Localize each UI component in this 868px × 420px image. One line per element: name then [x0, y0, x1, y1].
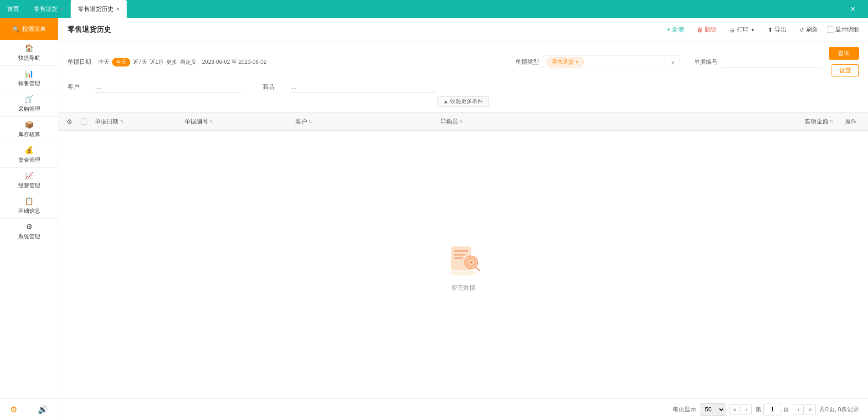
page-total: 共0页, 0条记录	[819, 405, 859, 414]
sidebar-item-finance[interactable]: 💰 资金管理	[0, 142, 58, 168]
select-all-checkbox[interactable]	[81, 118, 87, 125]
sidebar-item-operations-label: 经营管理	[18, 182, 40, 190]
filter-row-2: 客户 商品	[67, 82, 859, 92]
page-input-wrap: 第 页	[755, 404, 789, 415]
date-shortcut-yesterday[interactable]: 昨天	[98, 58, 109, 66]
column-settings-icon[interactable]: ⚙	[67, 118, 72, 125]
display-detail-toggle[interactable]: 显示明细	[827, 26, 859, 34]
customer-filter-input[interactable]	[95, 82, 241, 92]
export-button[interactable]: ⬆ 导出	[764, 24, 790, 36]
page-header: 零售退货历史 + 新增 🗑 删除 🖨 打印 ▼ ⬆ 导出	[58, 18, 868, 41]
filter-area: 单据日期 昨天 今天 近7天 近1月 更多 自定义 2023-06-02 至 2…	[58, 41, 868, 113]
sidebar-item-sales[interactable]: 📊 销售管理	[0, 66, 58, 91]
print-button[interactable]: 🖨 打印 ▼	[725, 24, 759, 36]
last-page-button[interactable]: »	[805, 404, 816, 415]
refresh-icon: ↺	[799, 26, 804, 33]
search-icon: 🔍	[12, 26, 20, 33]
number-filter-input[interactable]	[721, 56, 822, 67]
type-select-arrow-icon: ∨	[671, 59, 675, 66]
col-guide-label: 导购员	[440, 118, 458, 126]
sidebar-item-inventory[interactable]: 📦 库存核算	[0, 117, 58, 142]
window-close-button[interactable]: ×	[845, 5, 861, 14]
col-number-sort-icon: ⇅	[210, 119, 213, 124]
svg-line-7	[476, 267, 479, 271]
col-guide-header[interactable]: 导购员 ⇅	[437, 118, 547, 126]
svg-rect-4	[454, 257, 463, 259]
sidebar-item-purchase-label: 采购管理	[18, 105, 40, 113]
audio-icon[interactable]: 🔊	[38, 405, 48, 415]
prev-page-button[interactable]: ‹	[741, 404, 752, 415]
search-menu-button[interactable]: 🔍 搜索菜单	[0, 18, 58, 40]
delete-button[interactable]: 🗑 删除	[693, 24, 720, 36]
type-filter-tag: 零售退货 ×	[547, 57, 584, 67]
date-shortcut-today[interactable]: 今天	[112, 58, 130, 67]
collapse-bar: ▲ 收起更多条件	[67, 96, 859, 107]
tab-retail-return-history[interactable]: 零售退货历史 ×	[71, 0, 127, 18]
col-customer-label: 客户	[295, 118, 307, 126]
date-shortcuts: 昨天 今天 近7天 近1月 更多 自定义 2023-06-02 至 2023-0…	[98, 58, 267, 67]
date-shortcut-1month[interactable]: 近1月	[150, 58, 164, 66]
sidebar-item-inventory-label: 库存核算	[18, 131, 40, 138]
sidebar-item-system[interactable]: ⚙ 系统管理	[0, 219, 58, 244]
export-button-label: 导出	[775, 26, 786, 34]
sidebar-item-basic-info[interactable]: 📋 基础信息	[0, 193, 58, 219]
tab-home[interactable]: 首页	[0, 0, 26, 18]
date-filter-label: 单据日期	[67, 58, 95, 66]
sidebar-item-basic-info-label: 基础信息	[18, 207, 40, 215]
sidebar-item-sales-label: 销售管理	[18, 80, 40, 87]
col-customer-header[interactable]: 客户 ⇅	[292, 118, 437, 126]
type-tag-close-icon[interactable]: ×	[575, 59, 579, 65]
next-page-button[interactable]: ›	[793, 404, 804, 415]
print-icon: 🖨	[729, 26, 735, 33]
page-title: 零售退货历史	[67, 25, 111, 35]
delete-icon: 🗑	[697, 26, 703, 33]
date-shortcut-more[interactable]: 更多	[166, 58, 177, 66]
number-filter-label: 单据编号	[694, 58, 721, 66]
page-number-input[interactable]	[763, 404, 781, 415]
col-date-header[interactable]: 单据日期 ⇅	[91, 118, 181, 126]
settings-bottom-icon[interactable]: ⚙	[10, 405, 17, 415]
svg-rect-2	[454, 250, 468, 252]
svg-rect-3	[454, 254, 466, 256]
filter-settings-button[interactable]: 设置	[832, 64, 859, 77]
page-size-select[interactable]: 50 100 200	[700, 403, 725, 416]
tab-retail-return[interactable]: 零售退货 ×	[26, 0, 71, 18]
tab-retail-return-close[interactable]: ×	[60, 6, 63, 12]
collapse-button[interactable]: ▲ 收起更多条件	[437, 96, 489, 107]
col-amount-label: 实销金额	[805, 118, 828, 126]
date-shortcut-7days[interactable]: 近7天	[133, 58, 147, 66]
sidebar-item-quick-nav[interactable]: 🏠 快捷导航	[0, 40, 58, 66]
new-button-label: + 新增	[667, 26, 684, 34]
empty-state: 暂无数据	[443, 237, 484, 292]
col-settings[interactable]: ⚙	[62, 118, 77, 125]
sidebar-item-purchase[interactable]: 🛒 采购管理	[0, 91, 58, 117]
col-amount-header[interactable]: 实销金额 ⇅	[761, 118, 837, 126]
display-detail-checkbox[interactable]	[827, 26, 833, 33]
tab-retail-return-history-close[interactable]: ×	[116, 6, 119, 12]
type-tag-label: 零售退货	[552, 58, 574, 66]
goods-filter-input[interactable]	[290, 82, 436, 92]
home-icon: 🏠	[25, 43, 34, 52]
first-page-button[interactable]: «	[729, 404, 740, 415]
query-button[interactable]: 查询	[829, 47, 859, 60]
sidebar-item-operations[interactable]: 📈 经营管理	[0, 168, 58, 193]
purchase-icon: 🛒	[25, 94, 34, 103]
operations-icon: 📈	[25, 171, 34, 180]
type-filter-select[interactable]: 零售退货 × ∨	[543, 56, 679, 68]
refresh-button[interactable]: ↺ 刷新	[796, 24, 822, 36]
col-checkbox[interactable]	[77, 118, 91, 125]
col-date-label: 单据日期	[95, 118, 118, 126]
content-area: 零售退货历史 + 新增 🗑 删除 🖨 打印 ▼ ⬆ 导出	[58, 18, 868, 420]
new-button[interactable]: + 新增	[663, 24, 688, 36]
col-action-label: 操作	[845, 118, 857, 126]
empty-illustration	[443, 237, 484, 278]
col-customer-sort-icon: ⇅	[308, 119, 312, 124]
print-chevron-icon: ▼	[750, 27, 755, 32]
delete-button-label: 删除	[704, 26, 716, 34]
date-shortcut-custom[interactable]: 自定义	[180, 58, 196, 66]
finance-icon: 💰	[25, 145, 34, 154]
col-number-header[interactable]: 单据编号 ⇅	[181, 118, 292, 126]
basic-info-icon: 📋	[25, 196, 34, 205]
col-amount-sort-icon: ⇅	[830, 119, 833, 124]
sidebar-bottom: ⚙ 🔊	[0, 398, 58, 420]
